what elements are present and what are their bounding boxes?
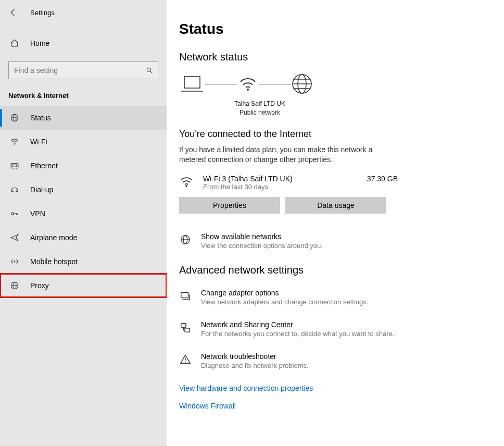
sidebar-item-label: VPN [30,209,45,218]
connection-line [205,84,237,84]
sidebar-item-label: Mobile hotspot [30,257,78,266]
diagram-labels: Talha Saif LTD UK Public network [221,100,299,117]
connection-line [258,84,291,84]
wifi-icon [179,175,194,189]
svg-point-20 [185,361,186,362]
globe-icon [179,233,192,246]
titlebar: Settings [0,0,167,25]
sidebar-item-hotspot[interactable]: Mobile hotspot [0,250,167,274]
usage-row: Wi-Fi 3 (Talha Saif LTD UK) From the las… [179,175,398,191]
option-title: Change adapter options [201,289,368,297]
ethernet-icon [9,160,20,171]
sidebar-item-vpn[interactable]: VPN [0,202,167,226]
connected-title: You're connected to the Internet [179,129,492,140]
adapter-icon [179,290,192,302]
back-icon[interactable] [8,8,18,17]
hardware-properties-link[interactable]: View hardware and connection properties [179,384,492,392]
network-status-heading: Network status [179,51,492,63]
network-diagram [179,72,492,95]
svg-rect-10 [184,77,200,88]
laptop-icon [179,73,205,94]
sidebar: Settings Home Network & Internet Status … [0,0,167,446]
svg-point-7 [14,261,16,263]
page-title: Status [179,21,492,38]
option-sub: View network adapters and change connect… [201,298,368,306]
svg-rect-4 [11,164,18,168]
option-sub: Diagnose and fix network problems. [201,362,309,369]
sidebar-item-label: Status [30,114,51,122]
svg-point-3 [14,144,15,145]
sidebar-item-label: Proxy [30,281,49,290]
home-icon [9,38,20,48]
proxy-icon [9,280,20,291]
svg-rect-19 [185,328,190,332]
sidebar-item-airplane[interactable]: Airplane mode [0,226,167,250]
sidebar-item-label: Ethernet [30,162,58,170]
usage-amount: 37.39 GB [367,175,398,183]
search-icon [146,67,153,74]
option-title: Network troubleshooter [201,352,309,361]
app-title: Settings [30,9,55,17]
sidebar-item-status[interactable]: Status [0,106,167,130]
main-content: Status Network status Talha Saif LTD UK … [167,0,504,446]
button-row: Properties Data usage [179,197,492,214]
sidebar-item-label: Airplane mode [30,233,77,242]
svg-rect-17 [181,292,188,298]
show-networks-row[interactable]: Show available networks View the connect… [179,232,450,250]
sidebar-item-proxy[interactable]: Proxy [0,274,167,298]
usage-network-name: Wi-Fi 3 (Talha Saif LTD UK) [203,175,358,183]
sidebar-item-home[interactable]: Home [0,31,167,55]
svg-point-6 [11,213,14,215]
search-input[interactable] [8,61,158,79]
connected-desc: If you have a limited data plan, you can… [179,145,387,165]
troubleshooter-row[interactable]: Network troubleshooter Diagnose and fix … [179,352,450,369]
sidebar-item-wifi[interactable]: Wi-Fi [0,130,167,154]
warning-icon [179,353,192,366]
router-wifi-icon [237,73,258,94]
category-title: Network & Internet [0,79,167,106]
data-usage-button[interactable]: Data usage [285,197,386,214]
airplane-icon [9,232,20,243]
status-icon [9,113,20,123]
properties-button[interactable]: Properties [179,197,280,214]
sharing-center-row[interactable]: Network and Sharing Center For the netwo… [179,320,450,338]
hotspot-icon [9,256,20,267]
vpn-icon [9,208,20,219]
usage-period: From the last 30 days [203,183,358,191]
sidebar-item-label: Wi-Fi [30,138,47,146]
search-wrap [8,61,158,79]
svg-point-0 [147,68,150,71]
wifi-icon [9,137,20,147]
option-sub: View the connection options around you. [201,242,323,250]
sidebar-item-label: Dial-up [30,185,53,194]
sidebar-item-label: Home [30,39,49,47]
svg-rect-5 [12,165,17,167]
dialup-icon [9,184,20,195]
network-type: Public network [221,108,299,117]
svg-point-14 [185,185,187,187]
sidebar-item-ethernet[interactable]: Ethernet [0,154,167,178]
svg-point-11 [247,89,249,91]
advanced-heading: Advanced network settings [179,264,492,276]
globe-icon [291,72,313,95]
network-name: Talha Saif LTD UK [221,100,299,108]
option-sub: For the networks you connect to, decide … [201,330,394,338]
option-title: Show available networks [201,232,323,241]
sharing-icon [179,321,192,334]
adapter-options-row[interactable]: Change adapter options View network adap… [179,289,450,306]
windows-firewall-link[interactable]: Windows Firewall [179,402,492,410]
option-title: Network and Sharing Center [201,320,394,329]
sidebar-item-dialup[interactable]: Dial-up [0,178,167,202]
svg-rect-18 [181,324,186,327]
